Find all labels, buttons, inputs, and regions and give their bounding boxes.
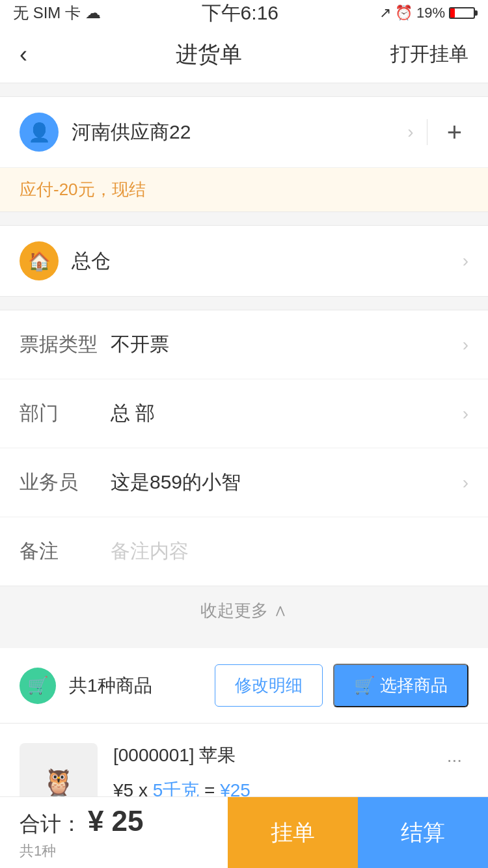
supplier-avatar: 👤 [20,113,59,152]
product-title: 苹果 [199,745,236,765]
collapse-label: 收起更多 ∧ [200,601,287,620]
bottom-bar: 合计： ¥ 25 共1种 挂单 结算 [0,796,488,868]
status-right: ↗ ⏰ 19% [379,5,475,21]
status-bar: 无 SIM 卡 ☁ 下午6:16 ↗ ⏰ 19% [0,0,488,26]
open-hold-button[interactable]: 打开挂单 [390,41,468,68]
chevron-right-icon: › [463,334,468,355]
battery-icon [449,7,475,19]
dept-value: 总 部 [111,400,463,427]
product-name: [0000001] 苹果 [113,743,441,768]
invoice-value: 不开票 [111,331,463,358]
note-row[interactable]: 备注 备注内容 [0,517,488,586]
total-number: ¥ 25 [88,805,144,837]
more-options-button[interactable]: ··· [441,743,468,777]
supplier-section: 👤 河南供应商22 › + 应付-20元，现结 [0,96,488,212]
note-value: 备注内容 [111,538,468,565]
edit-details-button[interactable]: 修改明细 [215,664,323,707]
cart-icon: 🛒 [27,675,48,696]
status-left: 无 SIM 卡 ☁ [13,3,101,23]
products-count: 共1种商品 [69,673,215,698]
sim-indicator: 无 SIM 卡 ☁ [13,3,101,23]
total-section: 合计： ¥ 25 共1种 [0,805,228,861]
settle-button[interactable]: 结算 [358,797,488,869]
total-amount: 合计： ¥ 25 [20,805,208,839]
product-info: [0000001] 苹果 ¥5 x 5千克 = ¥25 [113,743,441,803]
select-product-button[interactable]: 🛒 选择商品 [333,664,468,707]
collapse-row[interactable]: 收起更多 ∧ [0,586,488,635]
chevron-right-icon: › [407,122,413,142]
total-count: 共1种 [20,841,208,861]
back-button[interactable]: ‹ [20,41,27,68]
status-time: 下午6:16 [202,0,278,27]
vertical-divider [427,119,427,145]
product-thumb-icon: 🦉 [42,767,75,798]
nav-bar: ‹ 进货单 打开挂单 [0,26,488,83]
form-section: 票据类型 不开票 › 部门 总 部 › 业务员 这是859的小智 › 备注 备注… [0,310,488,586]
location-icon: ↗ [379,5,391,21]
warehouse-name: 总仓 [72,248,463,275]
dept-label: 部门 [20,400,111,427]
total-label: 合计： [20,812,82,835]
staff-value: 这是859的小智 [111,469,463,496]
house-icon: 🏠 [28,251,51,272]
product-code: [0000001] [113,745,195,765]
alarm-icon: ⏰ [395,5,413,21]
invoice-label: 票据类型 [20,331,111,358]
staff-row[interactable]: 业务员 这是859的小智 › [0,448,488,517]
supplier-row[interactable]: 👤 河南供应商22 › + [0,97,488,168]
note-label: 备注 [20,538,111,565]
page-title: 进货单 [176,40,242,70]
add-button[interactable]: + [441,118,468,147]
avatar-icon: 👤 [28,122,51,143]
notice-row: 应付-20元，现结 [0,168,488,211]
products-header: 🛒 共1种商品 修改明细 🛒 选择商品 [0,648,488,724]
products-icon: 🛒 [20,668,56,704]
chevron-right-icon: › [463,403,468,424]
add-cart-icon: 🛒 [354,675,375,696]
supplier-name: 河南供应商22 [72,119,407,146]
warehouse-icon: 🏠 [20,241,59,280]
chevron-right-icon: › [463,251,468,271]
notice-text: 应付-20元，现结 [20,180,146,199]
warehouse-section: 🏠 总仓 › [0,225,488,297]
warehouse-row[interactable]: 🏠 总仓 › [0,226,488,296]
select-product-label: 选择商品 [380,674,448,697]
hold-button[interactable]: 挂单 [228,797,358,869]
chevron-right-icon: › [463,472,468,493]
invoice-row[interactable]: 票据类型 不开票 › [0,310,488,379]
battery-percentage: 19% [416,5,445,21]
dept-row[interactable]: 部门 总 部 › [0,379,488,448]
staff-label: 业务员 [20,469,111,496]
